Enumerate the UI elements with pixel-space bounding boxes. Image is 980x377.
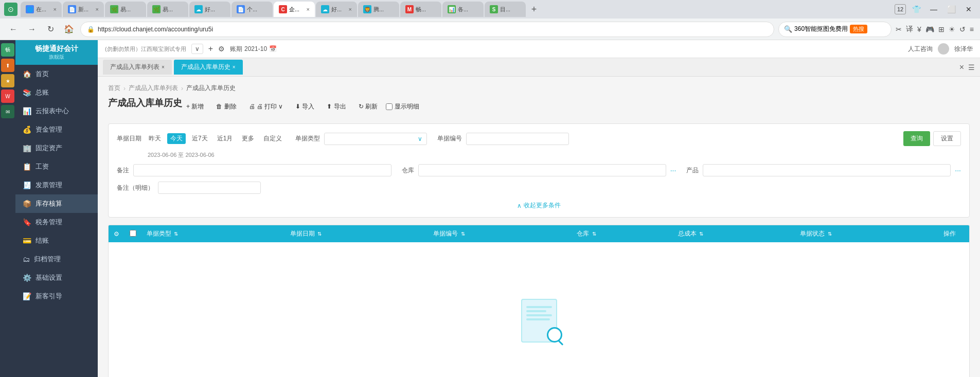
- company-selector[interactable]: ∨: [191, 44, 203, 54]
- browser-tab-2[interactable]: 📄 新... ×: [63, 2, 104, 17]
- settings-button[interactable]: 设置: [933, 131, 961, 146]
- browser-tab-11[interactable]: 📊 各...: [442, 2, 484, 17]
- refresh-button[interactable]: ↻ 刷新: [354, 101, 382, 113]
- table-col-status[interactable]: 单据状态 ⇅: [795, 225, 938, 242]
- browser-tab-5[interactable]: ☁ 好...: [189, 2, 230, 17]
- sidebar-item-archive[interactable]: 🗂 归档管理: [15, 250, 98, 268]
- table-col-check[interactable]: [124, 225, 141, 242]
- delete-button[interactable]: 🗑 删除: [212, 101, 240, 113]
- sidebar-item-inventory[interactable]: 📦 库存核算: [15, 194, 98, 213]
- tab-history[interactable]: 产成品入库单历史 ×: [174, 60, 243, 75]
- table-gear-icon[interactable]: ⚙: [114, 230, 119, 238]
- theme-icon[interactable]: ☀: [949, 25, 955, 33]
- tab-close-7[interactable]: ×: [307, 6, 310, 12]
- forward-button[interactable]: →: [25, 22, 39, 37]
- tab-history-close[interactable]: ×: [233, 64, 236, 70]
- print-button[interactable]: 🖨 🖨 打印 ∨: [245, 101, 287, 113]
- remark-filter-input[interactable]: [133, 164, 391, 176]
- date-option-7days[interactable]: 近7天: [189, 133, 211, 144]
- menu-icon[interactable]: ≡: [970, 25, 974, 33]
- tab-list-close[interactable]: ×: [162, 64, 165, 70]
- table-col-cost[interactable]: 总成本 ⇅: [673, 225, 795, 242]
- sidebar-item-newrecord[interactable]: 📝 新客引导: [15, 287, 98, 306]
- add-company-button[interactable]: +: [208, 44, 213, 53]
- back-button[interactable]: ←: [6, 22, 21, 37]
- select-all-checkbox[interactable]: [130, 230, 136, 237]
- address-input[interactable]: 🔒 https://cloud.chanjet.com/accounting/u…: [80, 22, 774, 37]
- date-option-more[interactable]: 更多: [239, 133, 257, 144]
- browser-tab-10[interactable]: M 畅...: [400, 2, 441, 17]
- minimize-button[interactable]: —: [926, 2, 941, 16]
- browser-tab-4[interactable]: 🌿 易...: [147, 2, 188, 17]
- display-detail-toggle[interactable]: 显示明细: [386, 102, 419, 111]
- app-icon-changjie[interactable]: 畅: [1, 43, 14, 57]
- table-col-type[interactable]: 单据类型 ⇅: [141, 225, 285, 242]
- home-button[interactable]: 🏠: [62, 22, 76, 37]
- history-icon[interactable]: ↺: [959, 25, 966, 33]
- browser-tab-7[interactable]: C 企... ×: [274, 2, 315, 17]
- product-filter-input[interactable]: [703, 164, 951, 176]
- new-tab-button[interactable]: +: [527, 2, 541, 16]
- browser-tab-9[interactable]: 🦁 腾...: [358, 2, 399, 17]
- browser-tab-6[interactable]: 📄 个...: [231, 2, 273, 17]
- app-icon-red[interactable]: W: [1, 89, 14, 103]
- import-button[interactable]: ⬇ 导入: [291, 101, 318, 113]
- product-picker-icon[interactable]: ···: [955, 166, 961, 174]
- detail-remark-filter-input[interactable]: [158, 182, 261, 194]
- type-filter-select[interactable]: ∨: [324, 133, 427, 145]
- refresh-button[interactable]: ↻: [43, 22, 58, 37]
- scissors-icon[interactable]: ✂: [896, 25, 902, 33]
- tab-close-2[interactable]: ×: [96, 6, 99, 12]
- sidebar-item-fund[interactable]: 💰 资金管理: [15, 120, 98, 139]
- warehouse-filter-input[interactable]: [418, 164, 666, 176]
- browser-logo[interactable]: ⊙: [4, 3, 17, 16]
- sidebar-item-settings[interactable]: ⚙️ 基础设置: [15, 268, 98, 287]
- warehouse-picker-icon[interactable]: ···: [670, 166, 676, 174]
- service-link[interactable]: 人工咨询: [908, 45, 933, 53]
- table-col-date[interactable]: 单据日期 ⇅: [285, 225, 429, 242]
- sidebar-item-home[interactable]: 🏠 首页: [15, 65, 98, 83]
- search-bar[interactable]: 🔍 360智能抠图免费用 热搜: [778, 22, 892, 37]
- tab-list[interactable]: 产成品入库单列表 ×: [103, 60, 172, 75]
- sidebar-item-checkout[interactable]: 💳 结账: [15, 231, 98, 250]
- browser-tab-12[interactable]: S 目...: [485, 2, 526, 17]
- browser-tab-3[interactable]: 🌿 易...: [105, 2, 146, 17]
- app-icon-mail[interactable]: ✉: [1, 105, 14, 118]
- yuan-icon[interactable]: ¥: [917, 25, 921, 33]
- tab-close-1[interactable]: ×: [54, 6, 57, 12]
- table-col-number[interactable]: 单据编号 ⇅: [428, 225, 572, 242]
- collapse-filter-button[interactable]: ∧ 收起更多条件: [117, 198, 961, 210]
- app-icon-orange[interactable]: ⬆: [1, 59, 14, 72]
- sidebar-item-report[interactable]: 📊 云报表中心: [15, 102, 98, 120]
- sidebar-item-asset[interactable]: 🏢 固定资产: [15, 139, 98, 157]
- export-button[interactable]: ⬆ 导出: [323, 101, 350, 113]
- query-button[interactable]: 查询: [903, 131, 930, 146]
- game-icon[interactable]: 🎮: [925, 25, 934, 33]
- date-option-today[interactable]: 今天: [167, 133, 186, 144]
- settings-gear-icon[interactable]: ⚙: [218, 45, 225, 53]
- period-selector[interactable]: 账期 2021-10 📅: [230, 45, 277, 53]
- grid-icon[interactable]: ⊞: [938, 25, 945, 33]
- close-button[interactable]: ✕: [961, 2, 976, 16]
- sidebar-item-tax[interactable]: 🔖 税务管理: [15, 213, 98, 231]
- new-button[interactable]: + 新增: [182, 101, 208, 113]
- date-option-custom[interactable]: 自定义: [260, 133, 285, 144]
- breadcrumb-home[interactable]: 首页: [108, 84, 120, 93]
- maximize-button[interactable]: ⬜: [944, 2, 958, 16]
- number-filter-input[interactable]: [466, 133, 569, 145]
- sidebar-item-ledger[interactable]: 📚 总账: [15, 83, 98, 102]
- date-option-1month[interactable]: 近1月: [214, 133, 236, 144]
- date-option-yesterday[interactable]: 昨天: [146, 133, 164, 144]
- display-detail-checkbox[interactable]: [386, 103, 393, 110]
- app-icon-star[interactable]: ★: [1, 74, 14, 87]
- browser-tab-1[interactable]: 🌐 在... ×: [21, 2, 62, 17]
- breadcrumb-list[interactable]: 产成品入库单列表: [129, 84, 178, 93]
- panel-menu-button[interactable]: ☰: [968, 63, 975, 71]
- translate-icon[interactable]: 译: [906, 25, 913, 34]
- tab-close-8[interactable]: ×: [349, 6, 352, 12]
- table-col-gear[interactable]: ⚙: [109, 225, 124, 242]
- sidebar-item-payroll[interactable]: 📋 工资: [15, 157, 98, 176]
- sidebar-item-invoice[interactable]: 🧾 发票管理: [15, 176, 98, 194]
- panel-close-button[interactable]: ×: [959, 63, 964, 72]
- table-col-warehouse[interactable]: 仓库 ⇅: [572, 225, 672, 242]
